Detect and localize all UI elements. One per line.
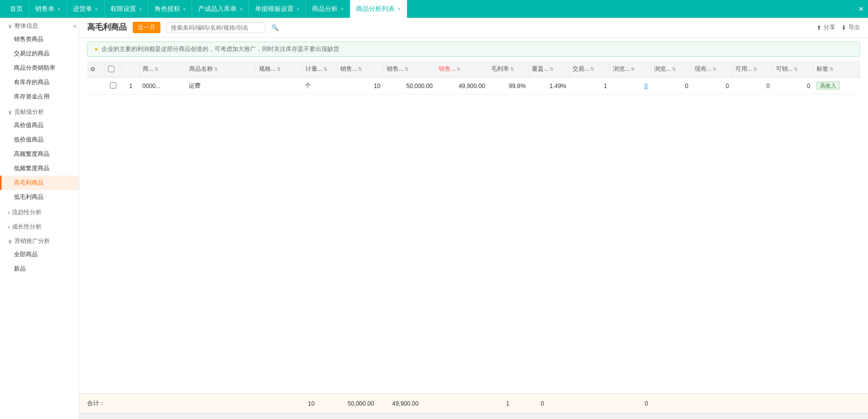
sort-icon-name: ⇅ (214, 66, 218, 72)
window-close-button[interactable]: ✕ (858, 5, 864, 13)
header-actions: ⬆ 分享 ⬇ 导出 (817, 23, 860, 32)
sidebar-item-traded-goods[interactable]: 交易过的商品 (0, 47, 79, 61)
col-saleable[interactable]: 可销...⇅ (772, 61, 813, 78)
row-checkbox[interactable] (104, 78, 122, 94)
col-current-stock[interactable]: 现有...⇅ (691, 61, 732, 78)
tab-products[interactable]: 产成品入库单 × (192, 0, 249, 18)
export-button[interactable]: ⬇ 导出 (841, 23, 860, 32)
row-margin-rate: 99.8% (488, 78, 529, 94)
row-saleable: 0 (772, 78, 813, 94)
search-icon[interactable]: 🔍 (271, 24, 279, 31)
sort-icon-stock: ⇅ (713, 66, 716, 72)
sidebar-item-low-value[interactable]: 低价值商品 (0, 133, 79, 147)
tab-close-products[interactable]: × (240, 6, 243, 12)
sort-icon-margin: ⇅ (510, 66, 514, 72)
col-sales-amt[interactable]: 销售...⇅ (383, 61, 436, 78)
tab-close-purchase[interactable]: × (95, 6, 98, 12)
col-code[interactable]: 商...⇅ (140, 61, 186, 78)
row-code: 0000... (140, 78, 186, 94)
sidebar-item-sales-goods[interactable]: 销售类商品 (0, 32, 79, 47)
col-available[interactable]: 可用...⇅ (732, 61, 772, 78)
col-sales-cost[interactable]: 销售...⇅ (436, 61, 488, 78)
tab-analysis-list[interactable]: 商品分析列表 × (350, 0, 407, 18)
tab-sales[interactable]: 销售单 × (29, 0, 67, 18)
chevron-down-icon: ∨ (8, 23, 12, 30)
footer-spacer-3 (226, 400, 265, 407)
sort-icon-sales-cost: ⇅ (457, 66, 460, 72)
sidebar-collapse-button[interactable]: « (73, 22, 77, 30)
row-sales-cost: 49,900.00 (436, 78, 488, 94)
col-browse2[interactable]: 浏览...⇅ (651, 61, 691, 78)
col-spec[interactable]: 规格...⇅ (255, 61, 302, 78)
footer-spacer-4 (265, 400, 305, 407)
footer-available: 0 (642, 400, 676, 407)
footer-margin-spacer (434, 400, 468, 407)
sidebar-item-high-margin[interactable]: 高毛利商品 (0, 176, 79, 190)
col-tag[interactable]: 标签⇅ (814, 61, 860, 78)
sidebar-item-high-freq[interactable]: 高频繁度商品 (0, 147, 79, 161)
sidebar-group-marketing[interactable]: ∨ 营销推广分析 (0, 233, 79, 247)
select-all-checkbox[interactable] (108, 66, 114, 72)
footer-spacer-1 (147, 400, 186, 407)
sort-icon-sales-amt: ⇅ (405, 66, 408, 72)
col-transactions[interactable]: 交易...⇅ (569, 61, 610, 78)
tab-close-roles[interactable]: × (183, 6, 186, 12)
footer-stock-spacer (607, 400, 642, 407)
col-coverage[interactable]: 覆盖...⇅ (529, 61, 569, 78)
sidebar-group-overall[interactable]: ∨ 整体信息 (0, 18, 79, 32)
filter-recent-month-button[interactable]: 近一月 (133, 22, 160, 33)
info-icon: ✦ (94, 46, 99, 53)
sidebar-item-analysis-rate[interactable]: 商品分类销助率 (0, 61, 79, 75)
col-unit[interactable]: 计量...⇅ (302, 61, 337, 78)
row-current-stock: 0 (691, 78, 732, 94)
col-name[interactable]: 商品名称⇅ (186, 61, 255, 78)
row-select-checkbox[interactable] (110, 82, 116, 89)
tab-purchase[interactable]: 进货单 × (67, 0, 104, 18)
tab-templates[interactable]: 单据模板设置 × (249, 0, 306, 18)
sort-icon-spec: ⇅ (277, 66, 281, 72)
sidebar: « ∨ 整体信息 销售类商品 交易过的商品 商品分类销助率 有库存的商品 库存资… (0, 18, 79, 419)
tab-close-permissions[interactable]: × (139, 6, 142, 12)
col-margin-rate[interactable]: 毛利率⇅ (488, 61, 529, 78)
row-spec (255, 78, 302, 94)
sidebar-item-stocked-goods[interactable]: 有库存的商品 (0, 75, 79, 90)
col-sales-qty[interactable]: 销售...⇅ (337, 61, 383, 78)
page-title: 高毛利商品 (87, 22, 127, 33)
sidebar-item-low-freq[interactable]: 低频繁度商品 (0, 161, 79, 176)
sidebar-item-all-goods[interactable]: 全部商品 (0, 247, 79, 262)
sidebar-item-stock-capital[interactable]: 库存资金占用 (0, 90, 79, 104)
main-layout: « ∨ 整体信息 销售类商品 交易过的商品 商品分类销助率 有库存的商品 库存资… (0, 18, 868, 419)
sidebar-group-growth[interactable]: › 成长性分析 (0, 219, 79, 233)
tab-analysis[interactable]: 商品分析 × (306, 0, 350, 18)
row-sales-qty: 10 (337, 78, 383, 94)
tab-roles[interactable]: 角色授权 × (149, 0, 193, 18)
tab-close-analysis[interactable]: × (341, 6, 344, 12)
sort-icon-coverage: ⇅ (550, 66, 554, 72)
top-navigation: 首页 销售单 × 进货单 × 权限设置 × 角色授权 × 产成品入库单 × 单据… (0, 0, 868, 18)
sidebar-group-trend[interactable]: › 流趋性分析 (0, 204, 79, 219)
export-icon: ⬇ (841, 24, 846, 31)
tab-permissions[interactable]: 权限设置 × (104, 0, 149, 18)
share-icon: ⬆ (817, 24, 821, 31)
chevron-down-icon-2: ∨ (8, 109, 12, 116)
footer-coverage-spacer (468, 400, 503, 407)
row-settings (87, 78, 104, 94)
sidebar-item-new-goods[interactable]: 新品 (0, 262, 79, 276)
horizontal-scrollbar[interactable] (79, 413, 868, 419)
search-input[interactable] (166, 22, 265, 33)
tab-close-sales[interactable]: × (57, 6, 60, 12)
goods-table: ⚙ 商...⇅ 商品名称⇅ 规格...⇅ (87, 61, 860, 94)
footer-browse2-spacer (572, 400, 607, 407)
sort-icon-tag: ⇅ (829, 66, 833, 72)
info-bar: ✦ 企业的主要的利润都是这部分商品创造的，可考虑加大推广，同时关注库存是不要出现… (87, 42, 860, 57)
row-browse1[interactable]: 0 (610, 78, 651, 94)
tab-close-analysis-list[interactable]: × (398, 6, 401, 12)
col-settings[interactable]: ⚙ (87, 61, 104, 78)
sidebar-item-high-value[interactable]: 高价值商品 (0, 118, 79, 133)
share-button[interactable]: ⬆ 分享 (817, 23, 835, 32)
tab-close-templates[interactable]: × (297, 6, 300, 12)
tab-home[interactable]: 首页 (4, 0, 29, 18)
col-browse1[interactable]: 浏览...⇅ (610, 61, 651, 78)
sidebar-group-financial[interactable]: ∨ 贡献值分析 (0, 104, 79, 118)
sidebar-item-low-margin[interactable]: 低毛利商品 (0, 190, 79, 204)
